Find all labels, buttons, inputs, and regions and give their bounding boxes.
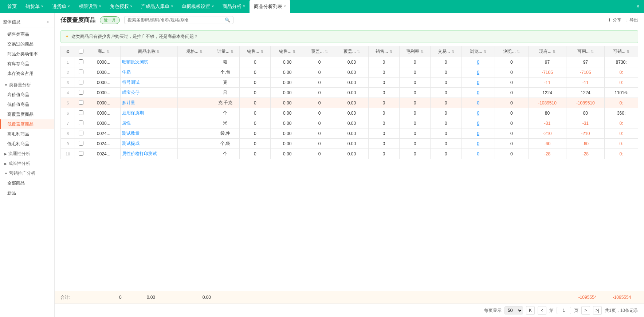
table-row: 2 0000... 牛奶 个,包 0 0.00 0 0.00 0 0 0 0 0… bbox=[61, 67, 638, 78]
nav-analysis[interactable]: 商品分析 × bbox=[218, 0, 250, 13]
row-browse1[interactable]: 0 bbox=[462, 139, 495, 149]
row-browse1[interactable]: 0 bbox=[462, 57, 495, 67]
row-select-checkbox[interactable] bbox=[79, 59, 83, 64]
sidebar-group-growth[interactable]: ▶ 成长性分析 bbox=[0, 159, 54, 169]
sidebar-item-category-rate[interactable]: 商品分类动销率 bbox=[0, 49, 54, 59]
search-icon[interactable]: 🔍 bbox=[225, 17, 230, 23]
row-select-checkbox[interactable] bbox=[79, 131, 83, 135]
sidebar-item-stock-fund[interactable]: 库存资金占用 bbox=[0, 69, 54, 79]
row-select-checkbox[interactable] bbox=[79, 80, 83, 84]
coverage2-col-header[interactable]: 覆盖... ⇅ bbox=[335, 46, 369, 57]
row-name[interactable]: 牛奶 bbox=[120, 67, 177, 78]
sidebar-item-low-value[interactable]: 低价值商品 bbox=[0, 100, 54, 110]
row-saleable: 0: bbox=[605, 67, 638, 78]
export-button[interactable]: ↓ 导出 bbox=[626, 17, 638, 23]
sales-count-col-header[interactable]: 销售... ⇅ bbox=[240, 46, 271, 57]
row-browse2: 0 bbox=[495, 139, 528, 149]
row-browse1[interactable]: 0 bbox=[462, 128, 495, 139]
row-browse1[interactable]: 0 bbox=[462, 98, 495, 108]
sidebar-item-all-products[interactable]: 全部商品 bbox=[0, 178, 54, 188]
unit-col-header[interactable]: 计量... ⇅ bbox=[211, 46, 240, 57]
name-col-header[interactable]: 商品名称 ⇅ bbox=[120, 46, 177, 57]
row-sales3: 0 bbox=[368, 78, 399, 88]
row-select-checkbox[interactable] bbox=[79, 90, 83, 95]
select-all-checkbox[interactable] bbox=[79, 49, 83, 54]
sidebar-item-traded-products[interactable]: 交易过的商品 bbox=[0, 39, 54, 49]
row-name[interactable]: 眠宝公仔 bbox=[120, 88, 177, 98]
last-page-button[interactable]: >| bbox=[593, 306, 602, 315]
available-stock-col-header[interactable]: 可用... ⇅ bbox=[566, 46, 605, 57]
row-name[interactable]: 多计量 bbox=[120, 98, 177, 108]
top-nav: 首页 销货单 × 进货单 × 权限设置 × 角色授权 × 产成品入库单 × 单据… bbox=[0, 0, 644, 13]
row-coverage2: 0.00 bbox=[335, 139, 369, 149]
period-button[interactable]: 近一月 bbox=[100, 16, 120, 24]
nav-home[interactable]: 首页 bbox=[3, 0, 21, 13]
transaction-col-header[interactable]: 交易... ⇅ bbox=[431, 46, 462, 57]
sidebar-item-high-margin[interactable]: 高毛利商品 bbox=[0, 129, 54, 139]
row-coverage1: 0 bbox=[304, 98, 335, 108]
row-transaction: 0 bbox=[431, 118, 462, 128]
row-name[interactable]: 启用保质期 bbox=[120, 108, 177, 118]
nav-product-in[interactable]: 产成品入库单 × bbox=[137, 0, 177, 13]
gross-margin-col-header[interactable]: 毛利率 ⇅ bbox=[399, 46, 430, 57]
row-browse1[interactable]: 0 bbox=[462, 78, 495, 88]
row-browse1[interactable]: 0 bbox=[462, 88, 495, 98]
row-browse2: 0 bbox=[495, 78, 528, 88]
nav-sales[interactable]: 销货单 × bbox=[21, 0, 48, 13]
nav-template[interactable]: 单据模板设置 × bbox=[177, 0, 218, 13]
row-browse1[interactable]: 0 bbox=[462, 108, 495, 118]
row-name[interactable]: 属性 bbox=[120, 118, 177, 128]
row-name[interactable]: 旺辅批次测试 bbox=[120, 57, 177, 67]
settings-col-header[interactable]: ⚙ bbox=[61, 46, 75, 57]
row-select-checkbox[interactable] bbox=[79, 70, 83, 74]
row-sales-count: 0 bbox=[240, 88, 271, 98]
window-close-icon[interactable]: × bbox=[636, 3, 640, 10]
search-input[interactable] bbox=[127, 17, 223, 23]
row-browse1[interactable]: 0 bbox=[462, 149, 495, 159]
sidebar-item-in-stock[interactable]: 有库存商品 bbox=[0, 59, 54, 69]
row-name[interactable]: 符号测试 bbox=[120, 78, 177, 88]
sales-amount-col-header[interactable]: 销售... ⇅ bbox=[271, 46, 304, 57]
first-page-button[interactable]: K bbox=[526, 306, 535, 315]
row-select-checkbox[interactable] bbox=[79, 110, 83, 115]
prev-page-button[interactable]: < bbox=[538, 306, 546, 315]
spec-col-header[interactable]: 规格... ⇅ bbox=[177, 46, 211, 57]
sidebar-collapse-icon[interactable]: « bbox=[44, 18, 51, 25]
share-button[interactable]: ⬆ 分享 bbox=[608, 17, 621, 23]
current-stock-col-header[interactable]: 现有... ⇅ bbox=[528, 46, 566, 57]
sidebar-item-low-margin[interactable]: 低毛利商品 bbox=[0, 139, 54, 149]
sidebar-item-sales-products[interactable]: 销售类商品 bbox=[0, 29, 54, 39]
row-sales-count: 0 bbox=[240, 67, 271, 78]
sidebar-group-marketing[interactable]: ▼ 营销推广分析 bbox=[0, 169, 54, 178]
nav-role[interactable]: 角色授权 × bbox=[106, 0, 137, 13]
row-name[interactable]: 属性价格打印测试 bbox=[120, 149, 177, 159]
row-coverage1: 0 bbox=[304, 149, 335, 159]
row-name[interactable]: 测试数量 bbox=[120, 128, 177, 139]
row-spec bbox=[177, 108, 211, 118]
sales3-col-header[interactable]: 销售... ⇅ bbox=[368, 46, 399, 57]
sidebar-group-cluster[interactable]: ▼ 类群量分析 bbox=[0, 80, 54, 90]
nav-analysis-list[interactable]: 商品分析列表 × bbox=[250, 0, 290, 13]
row-select-checkbox[interactable] bbox=[79, 120, 83, 125]
sidebar-group-flow[interactable]: ▶ 流通性分析 bbox=[0, 149, 54, 159]
next-page-button[interactable]: > bbox=[581, 306, 590, 315]
nav-permission[interactable]: 权限设置 × bbox=[74, 0, 106, 13]
sidebar-item-new-products[interactable]: 新品 bbox=[0, 188, 54, 198]
page-number-input[interactable] bbox=[557, 307, 571, 314]
browse2-col-header[interactable]: 浏览... ⇅ bbox=[495, 46, 528, 57]
page-size-select[interactable]: 20 50 100 bbox=[504, 306, 523, 314]
coverage1-col-header[interactable]: 覆盖... ⇅ bbox=[304, 46, 335, 57]
row-select-checkbox[interactable] bbox=[79, 100, 83, 105]
row-select-checkbox[interactable] bbox=[79, 151, 83, 156]
row-name[interactable]: 测试提成 bbox=[120, 139, 177, 149]
row-select-checkbox[interactable] bbox=[79, 141, 83, 146]
sidebar-item-high-coverage[interactable]: 高覆盖度商品 bbox=[0, 110, 54, 119]
row-browse1[interactable]: 0 bbox=[462, 118, 495, 128]
sidebar-item-high-value[interactable]: 高价值商品 bbox=[0, 90, 54, 100]
sidebar-item-low-coverage[interactable]: 低覆盖度商品 bbox=[0, 119, 54, 129]
code-col-header[interactable]: 商... ⇅ bbox=[87, 46, 121, 57]
nav-purchase[interactable]: 进货单 × bbox=[48, 0, 74, 13]
row-browse1[interactable]: 0 bbox=[462, 67, 495, 78]
saleable-col-header[interactable]: 可销... ⇅ bbox=[605, 46, 638, 57]
browse1-col-header[interactable]: 浏览... ⇅ bbox=[462, 46, 495, 57]
